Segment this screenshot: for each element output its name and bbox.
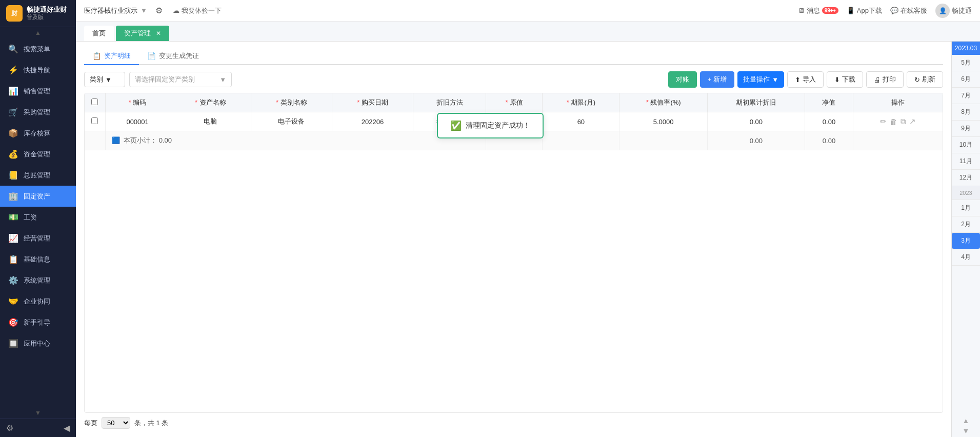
th-original-value: * 原值 (486, 93, 543, 112)
sidebar-item-enterprise[interactable]: 🤝 企业协同 (0, 291, 76, 312)
asset-table-wrap: * 编码 * 资产名称 * 类别名称 * 购买日期 折旧方法 * 原值 * 期限… (84, 93, 943, 413)
sidebar-item-inventory[interactable]: 📦 库存核算 (0, 123, 76, 144)
th-residual-rate: * 残值率(%) (619, 93, 707, 112)
table-header-row: * 编码 * 资产名称 * 类别名称 * 购买日期 折旧方法 * 原值 * 期限… (85, 93, 943, 112)
header-settings-icon[interactable]: ⚙ (155, 6, 163, 15)
calendar-bottom: ▲ ▼ (952, 414, 980, 437)
cal-jan[interactable]: 1月 (952, 200, 980, 216)
cal-aug[interactable]: 8月 (952, 104, 980, 121)
top-header: 医疗器械行业演示 ▼ ⚙ ☁ 我要体验一下 🖥 消息 99++ 📱 App下载 … (76, 0, 980, 22)
tab-home[interactable]: 首页 (84, 26, 114, 41)
sidebar-item-guide[interactable]: 🎯 新手引导 (0, 312, 76, 333)
per-page-select[interactable]: 50 100 200 (102, 417, 130, 429)
sidebar-item-system[interactable]: ⚙️ 系统管理 (0, 270, 76, 291)
sidebar-item-fixed-assets[interactable]: 🏢 固定资产 (0, 186, 76, 207)
settings-bottom-icon[interactable]: ⚙ (6, 423, 13, 433)
sidebar-item-basic-info[interactable]: 📋 基础信息 (0, 249, 76, 270)
calendar-up-btn[interactable]: ▲ (963, 416, 970, 425)
cal-may[interactable]: 5月 (952, 55, 980, 71)
more-icon[interactable]: ↗ (909, 117, 916, 126)
edit-icon[interactable]: ✏ (880, 117, 887, 126)
calendar-panel: ◀ 2023.03 5月 6月 7月 8月 9月 10月 11月 12月 202… (951, 42, 980, 437)
sidebar-item-app-center[interactable]: 🔲 应用中心 (0, 333, 76, 354)
print-label: 打印 (883, 75, 896, 84)
sidebar-bottom-bar: ⚙ ◀ (0, 419, 76, 437)
category-filter[interactable]: 类别 ▼ (84, 72, 125, 87)
new-button[interactable]: + 新增 (700, 71, 734, 88)
subtotal-init-dep: 0.00 (707, 131, 805, 150)
cal-oct[interactable]: 10月 (952, 137, 980, 153)
import-icon: ⬆ (795, 76, 801, 84)
cal-apr[interactable]: 4月 (952, 249, 980, 266)
sidebar-item-sales[interactable]: 📊 销售管理 (0, 81, 76, 102)
calendar-header[interactable]: 2023.03 (952, 42, 980, 55)
sidebar-scroll-up[interactable]: ▲ (35, 29, 41, 36)
collapse-icon[interactable]: ◀ (64, 423, 70, 433)
category-value-filter[interactable]: 请选择固定资产类别 ▼ (129, 72, 232, 87)
tab-asset-mgmt-label: 资产管理 (124, 29, 151, 37)
refresh-icon: ↻ (914, 76, 920, 84)
cal-dec[interactable]: 12月 (952, 170, 980, 186)
experience-button[interactable]: ☁ 我要体验一下 (173, 6, 222, 15)
guide-icon: 🎯 (8, 317, 18, 327)
select-all-checkbox[interactable] (91, 98, 98, 105)
sidebar-item-search[interactable]: 🔍 搜索菜单 (0, 38, 76, 59)
app-download-button[interactable]: 📱 App下载 (847, 6, 882, 15)
message-badge: 99++ (822, 7, 838, 14)
th-depreciation-method: 折旧方法 (413, 93, 486, 112)
download-button[interactable]: ⬇ 下载 (827, 71, 863, 88)
tab-asset-mgmt[interactable]: 资产管理 ✕ (116, 26, 169, 41)
cal-year-2023: 2023 (952, 186, 980, 200)
delete-icon[interactable]: 🗑 (890, 117, 897, 126)
cal-nov[interactable]: 11月 (952, 153, 980, 170)
asset-table: * 编码 * 资产名称 * 类别名称 * 购买日期 折旧方法 * 原值 * 期限… (85, 93, 943, 150)
ledger-icon: 📒 (8, 170, 18, 180)
import-button[interactable]: ⬆ 导入 (787, 71, 824, 88)
row-checkbox[interactable] (91, 117, 98, 124)
toolbar-left: 类别 ▼ 请选择固定资产类别 ▼ (84, 72, 232, 87)
sidebar-item-label: 企业协同 (24, 297, 50, 306)
subtotal-row: 🟦 本页小计： 0.00 0.00 0.00 (85, 131, 943, 150)
batch-button[interactable]: 批量操作 ▼ (737, 71, 784, 88)
subtotal-net: 0.00 (805, 131, 853, 150)
sidebar-item-funds[interactable]: 💰 资金管理 (0, 144, 76, 165)
message-icon: 🖥 (798, 7, 805, 14)
sidebar-item-operations[interactable]: 📈 经营管理 (0, 228, 76, 249)
cal-jul[interactable]: 7月 (952, 88, 980, 104)
message-button[interactable]: 🖥 消息 99++ (798, 6, 838, 15)
asset-detail-icon: 📋 (92, 52, 101, 60)
sidebar-item-label: 应用中心 (24, 339, 50, 348)
cal-sep[interactable]: 9月 (952, 121, 980, 137)
sidebar: 财 畅捷通好业财 普及版 ▲ 🔍 搜索菜单 ⚡ 快捷导航 📊 销售管理 🛒 采购… (0, 0, 76, 437)
online-service-button[interactable]: 💬 在线客服 (890, 6, 927, 15)
print-icon: 🖨 (874, 76, 881, 84)
cal-jun[interactable]: 6月 (952, 71, 980, 88)
cal-mar[interactable]: 3月 (952, 233, 980, 249)
sub-tab-asset-detail[interactable]: 📋 资产明细 (84, 48, 139, 65)
sidebar-scroll-down[interactable]: ▼ (35, 409, 41, 416)
th-initial-depreciation: 期初累计折旧 (707, 93, 805, 112)
copy-icon[interactable]: ⧉ (901, 117, 906, 126)
toolbar: 类别 ▼ 请选择固定资产类别 ▼ 对账 + 新增 (84, 71, 943, 88)
enterprise-icon: 🤝 (8, 296, 18, 306)
user-area[interactable]: 👤 畅捷通 (935, 4, 972, 18)
reconcile-button[interactable]: 对账 (668, 71, 697, 88)
calendar-down-btn[interactable]: ▼ (963, 427, 970, 435)
avatar: 👤 (935, 4, 950, 18)
th-category: * 类别名称 (251, 93, 332, 112)
subtotal-period (543, 131, 619, 150)
tab-close-icon[interactable]: ✕ (156, 30, 161, 37)
sidebar-item-quick-nav[interactable]: ⚡ 快捷导航 (0, 59, 76, 81)
refresh-button[interactable]: ↻ 刷新 (907, 71, 943, 88)
company-selector[interactable]: 医疗器械行业演示 ▼ (84, 6, 147, 15)
print-button[interactable]: 🖨 打印 (866, 71, 904, 88)
sidebar-item-ledger[interactable]: 📒 总账管理 (0, 165, 76, 186)
sidebar-item-payroll[interactable]: 💵 工资 (0, 207, 76, 228)
cal-feb[interactable]: 2月 (952, 216, 980, 233)
sidebar-item-purchase[interactable]: 🛒 采购管理 (0, 102, 76, 123)
inventory-icon: 📦 (8, 128, 18, 138)
logo-icon: 财 (6, 5, 23, 22)
sub-tab-voucher-gen[interactable]: 📄 变更生成凭证 (139, 48, 207, 65)
download-label: 下载 (842, 75, 855, 84)
sales-icon: 📊 (8, 86, 18, 96)
